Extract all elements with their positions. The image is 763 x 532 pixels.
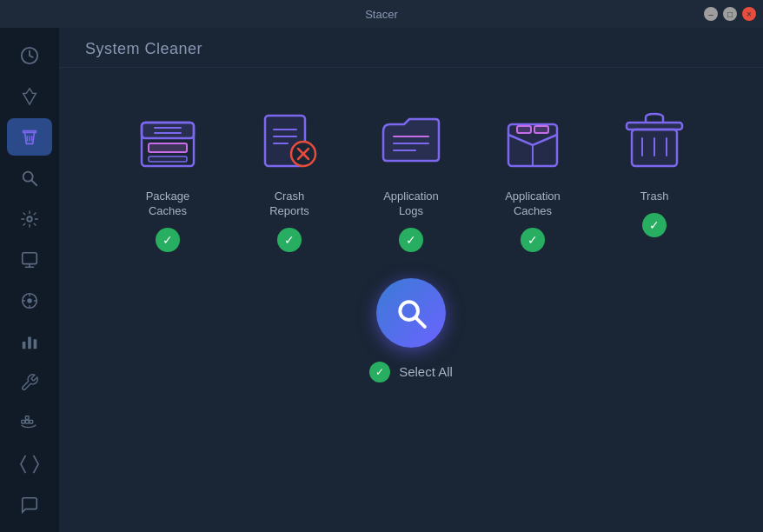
- svg-rect-20: [149, 156, 187, 162]
- svg-rect-14: [25, 420, 29, 423]
- chat-icon: [20, 495, 39, 515]
- svg-line-5: [32, 180, 37, 185]
- content-area: System Cleaner Pa: [59, 28, 763, 532]
- sidebar-item-cleaner[interactable]: [7, 118, 52, 156]
- cleaner-icon: [20, 128, 39, 147]
- svg-rect-19: [149, 143, 187, 152]
- application-logs-label: ApplicationLogs: [383, 190, 439, 219]
- minimize-button[interactable]: –: [704, 7, 718, 21]
- application-caches-check[interactable]: ✓: [521, 228, 545, 252]
- sidebar-item-terminal[interactable]: [7, 445, 52, 482]
- sidebar-item-startup[interactable]: [7, 77, 52, 115]
- sidebar-item-settings[interactable]: [7, 200, 52, 237]
- resources-icon: [20, 291, 39, 310]
- trash-icon-wrapper: [615, 103, 693, 181]
- svg-rect-7: [23, 252, 37, 263]
- title-bar: Stacer – □ ×: [0, 0, 763, 28]
- main-layout: System Cleaner Pa: [0, 28, 763, 532]
- svg-point-9: [27, 298, 32, 303]
- application-logs-icon-wrapper: [372, 103, 450, 181]
- app-title: Stacer: [365, 8, 398, 21]
- uninstaller-icon: [20, 250, 39, 269]
- maximize-button[interactable]: □: [723, 7, 737, 21]
- application-caches-label: ApplicationCaches: [505, 190, 561, 219]
- cleaner-item-application-caches[interactable]: ApplicationCaches ✓: [481, 103, 585, 252]
- stats-icon: [20, 332, 39, 351]
- crash-reports-check[interactable]: ✓: [277, 228, 302, 252]
- startup-icon: [20, 87, 39, 106]
- svg-rect-35: [517, 126, 531, 133]
- search-icon: [20, 169, 39, 188]
- svg-point-6: [27, 216, 32, 222]
- svg-line-43: [416, 317, 425, 326]
- window-controls: – □ ×: [704, 7, 756, 21]
- page-title: System Cleaner: [85, 40, 202, 57]
- svg-rect-16: [25, 416, 29, 419]
- sidebar-item-chat[interactable]: [7, 486, 52, 523]
- crash-reports-icon-wrapper: [250, 103, 328, 181]
- terminal-icon: [20, 455, 39, 474]
- svg-rect-15: [30, 420, 33, 423]
- scan-area: ✓ Select All: [59, 278, 763, 382]
- sidebar-item-docker[interactable]: [7, 404, 52, 442]
- sidebar-item-resources[interactable]: [7, 282, 52, 319]
- package-caches-check[interactable]: ✓: [156, 228, 180, 252]
- trash-icon: [620, 107, 689, 176]
- sidebar-item-search[interactable]: [7, 159, 52, 196]
- dashboard-icon: [20, 46, 39, 65]
- sidebar-item-dashboard[interactable]: [7, 37, 52, 74]
- application-logs-check[interactable]: ✓: [399, 228, 423, 252]
- sidebar-item-stats[interactable]: [7, 323, 52, 360]
- cleaner-grid: PackageCaches ✓: [59, 68, 763, 269]
- cleaner-item-package-caches[interactable]: PackageCaches ✓: [116, 103, 220, 252]
- svg-rect-12: [34, 339, 37, 349]
- svg-rect-10: [23, 342, 26, 349]
- package-caches-icon: [133, 107, 202, 176]
- cleaner-item-trash[interactable]: Trash ✓: [602, 103, 707, 237]
- svg-point-4: [23, 171, 33, 181]
- page-header: System Cleaner: [59, 28, 763, 68]
- crash-reports-icon: [255, 107, 324, 176]
- tools-icon: [20, 373, 39, 392]
- close-button[interactable]: ×: [742, 7, 756, 21]
- docker-icon: [20, 414, 39, 433]
- trash-label: Trash: [640, 190, 669, 204]
- package-caches-label: PackageCaches: [146, 190, 190, 219]
- select-all-row: ✓ Select All: [369, 362, 453, 382]
- cleaner-item-crash-reports[interactable]: CrashReports ✓: [237, 103, 342, 252]
- select-all-check[interactable]: ✓: [369, 362, 390, 382]
- svg-rect-11: [28, 336, 31, 349]
- svg-rect-13: [22, 420, 25, 423]
- sidebar-item-uninstaller[interactable]: [7, 241, 52, 278]
- crash-reports-label: CrashReports: [269, 190, 309, 219]
- svg-rect-18: [142, 123, 194, 138]
- application-caches-icon-wrapper: [494, 103, 572, 181]
- scan-icon: [395, 296, 428, 329]
- select-all-label: Select All: [399, 364, 453, 379]
- scan-button[interactable]: [376, 278, 446, 348]
- settings-icon: [20, 209, 39, 229]
- package-caches-icon-wrapper: [129, 103, 207, 181]
- trash-check[interactable]: ✓: [642, 213, 667, 237]
- application-logs-icon: [376, 107, 446, 176]
- sidebar: [0, 28, 59, 532]
- cleaner-item-application-logs[interactable]: ApplicationLogs ✓: [359, 103, 463, 252]
- application-caches-icon: [498, 107, 567, 176]
- sidebar-item-tools[interactable]: [7, 363, 52, 401]
- svg-rect-41: [627, 123, 682, 130]
- svg-rect-36: [534, 126, 548, 133]
